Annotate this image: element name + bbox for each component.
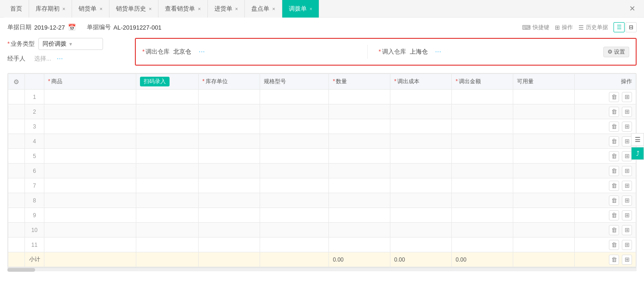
history-action[interactable]: ☰ 历史单据 (578, 24, 608, 31)
row-spec-cell[interactable] (260, 223, 329, 238)
warehouse-in-more-icon[interactable]: ··· (435, 48, 441, 56)
copy-row-icon[interactable]: ⊞ (622, 136, 632, 146)
tab-stocktake[interactable]: 盘点单 × (245, 0, 282, 18)
row-cost-cell[interactable] (390, 134, 452, 149)
row-product-cell[interactable] (44, 193, 136, 208)
copy-row-icon[interactable]: ⊞ (622, 240, 632, 250)
tab-transfer[interactable]: 调拨单 × (282, 0, 319, 18)
copy-row-icon[interactable]: ⊞ (622, 151, 632, 161)
row-cost-cell[interactable] (390, 164, 452, 178)
close-tab-7[interactable]: × (310, 6, 312, 12)
row-unit-cell[interactable] (198, 149, 260, 164)
row-spec-cell[interactable] (260, 149, 329, 164)
row-qty-cell[interactable] (329, 208, 390, 223)
row-amount-cell[interactable] (452, 104, 513, 119)
close-tab-4[interactable]: × (198, 6, 200, 12)
horizontal-scrollbar[interactable] (7, 268, 637, 271)
grid-view-btn[interactable]: ⊟ (626, 22, 637, 32)
business-type-select[interactable]: 同价调拨 ▼ (38, 38, 103, 50)
row-spec-cell[interactable] (260, 119, 329, 134)
close-tab-6[interactable]: × (272, 6, 275, 12)
row-cost-cell[interactable] (390, 178, 452, 193)
settings-button[interactable]: ⚙ 设置 (603, 47, 629, 57)
calendar-icon[interactable]: 📅 (68, 24, 76, 31)
tab-purchase[interactable]: 进货单 × (208, 0, 245, 18)
tab-sales-history[interactable]: 销货单历史 × (109, 0, 158, 18)
row-unit-cell[interactable] (198, 134, 260, 149)
row-spec-cell[interactable] (260, 90, 329, 104)
row-unit-cell[interactable] (198, 208, 260, 223)
side-export-button[interactable]: ⤴ (631, 147, 644, 160)
row-amount-cell[interactable] (452, 164, 513, 178)
row-product-cell[interactable] (44, 223, 136, 238)
row-cost-cell[interactable] (390, 193, 452, 208)
row-unit-cell[interactable] (198, 104, 260, 119)
row-spec-cell[interactable] (260, 104, 329, 119)
copy-row-icon[interactable]: ⊞ (622, 166, 632, 176)
subtotal-copy-icon[interactable]: ⊞ (622, 255, 632, 265)
row-unit-cell[interactable] (198, 164, 260, 178)
warehouse-out-more-icon[interactable]: ··· (199, 48, 205, 56)
subtotal-delete-icon[interactable]: 🗑 (609, 255, 619, 265)
row-product-cell[interactable] (44, 119, 136, 134)
row-qty-cell[interactable] (329, 90, 390, 104)
delete-row-icon[interactable]: 🗑 (609, 210, 619, 220)
tab-view-sales[interactable]: 查看销货单 × (158, 0, 207, 18)
person-select[interactable]: 选择... (34, 55, 51, 63)
delete-row-icon[interactable]: 🗑 (609, 181, 619, 191)
row-qty-cell[interactable] (329, 104, 390, 119)
row-cost-cell[interactable] (390, 223, 452, 238)
row-amount-cell[interactable] (452, 134, 513, 149)
row-unit-cell[interactable] (198, 238, 260, 252)
row-qty-cell[interactable] (329, 223, 390, 238)
copy-row-icon[interactable]: ⊞ (622, 107, 632, 117)
delete-row-icon[interactable]: 🗑 (609, 92, 619, 102)
row-spec-cell[interactable] (260, 193, 329, 208)
row-cost-cell[interactable] (390, 90, 452, 104)
row-amount-cell[interactable] (452, 193, 513, 208)
row-product-cell[interactable] (44, 238, 136, 252)
tab-sales[interactable]: 销货单 × (72, 0, 109, 18)
row-spec-cell[interactable] (260, 164, 329, 178)
delete-row-icon[interactable]: 🗑 (609, 240, 619, 250)
row-unit-cell[interactable] (198, 90, 260, 104)
row-cost-cell[interactable] (390, 208, 452, 223)
delete-row-icon[interactable]: 🗑 (609, 136, 619, 146)
row-cost-cell[interactable] (390, 104, 452, 119)
row-qty-cell[interactable] (329, 149, 390, 164)
copy-row-icon[interactable]: ⊞ (622, 195, 632, 206)
row-amount-cell[interactable] (452, 208, 513, 223)
row-qty-cell[interactable] (329, 178, 390, 193)
row-spec-cell[interactable] (260, 238, 329, 252)
person-more-icon[interactable]: ··· (57, 55, 63, 63)
row-product-cell[interactable] (44, 90, 136, 104)
tab-home[interactable]: 首页 (4, 0, 29, 18)
row-qty-cell[interactable] (329, 134, 390, 149)
row-cost-cell[interactable] (390, 149, 452, 164)
row-spec-cell[interactable] (260, 208, 329, 223)
copy-row-icon[interactable]: ⊞ (622, 225, 632, 235)
row-amount-cell[interactable] (452, 149, 513, 164)
copy-row-icon[interactable]: ⊞ (622, 122, 632, 132)
row-qty-cell[interactable] (329, 164, 390, 178)
close-tab-2[interactable]: × (99, 6, 102, 12)
copy-row-icon[interactable]: ⊞ (622, 181, 632, 191)
row-product-cell[interactable] (44, 149, 136, 164)
row-product-cell[interactable] (44, 178, 136, 193)
close-tab-5[interactable]: × (235, 6, 238, 12)
tab-inventory-init[interactable]: 库存期初 × (29, 0, 72, 18)
copy-row-icon[interactable]: ⊞ (622, 210, 632, 220)
list-view-btn[interactable]: ☰ (614, 22, 625, 32)
row-product-cell[interactable] (44, 208, 136, 223)
scan-input-button[interactable]: 扫码录入 (140, 77, 170, 86)
close-tab-1[interactable]: × (62, 6, 65, 12)
row-qty-cell[interactable] (329, 193, 390, 208)
side-list-button[interactable]: ☰ (631, 133, 644, 146)
row-spec-cell[interactable] (260, 178, 329, 193)
delete-row-icon[interactable]: 🗑 (609, 107, 619, 117)
close-tab-3[interactable]: × (149, 6, 152, 12)
row-product-cell[interactable] (44, 134, 136, 149)
col-settings[interactable]: ⚙ (8, 74, 25, 90)
delete-row-icon[interactable]: 🗑 (609, 151, 619, 161)
row-amount-cell[interactable] (452, 119, 513, 134)
